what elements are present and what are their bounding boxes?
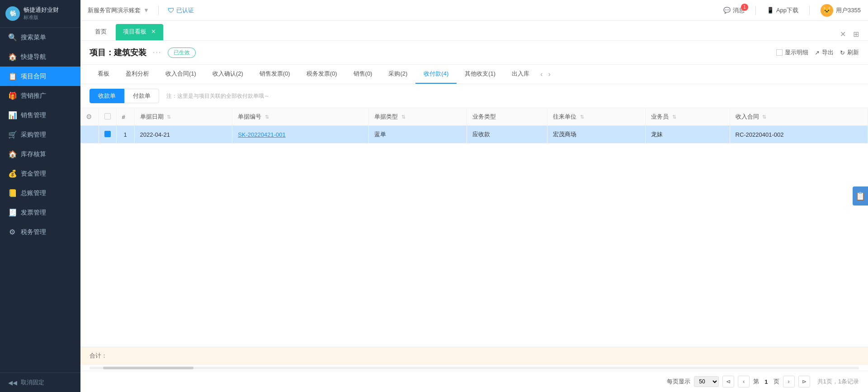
sidebar-item-inventory[interactable]: 🏠 库存核算: [0, 144, 80, 164]
table-body: 1 2022-04-21 SK-20220421-001 蓝单 应收款: [80, 126, 868, 143]
shield-icon: 🛡: [168, 6, 175, 14]
show-detail-checkbox[interactable]: [776, 49, 783, 56]
sidebar-item-finance[interactable]: 💰 资金管理: [0, 164, 80, 183]
sidebar-item-search[interactable]: 🔍 搜索菜单: [0, 28, 80, 47]
subnav-sales[interactable]: 销售(0): [345, 65, 381, 84]
horizontal-scrollbar[interactable]: [80, 364, 868, 371]
sidebar-nav: 🔍 搜索菜单 🏠 快捷导航 📋 项目合同 🎁 营销推广 📊 销售管理 🛒 采购管…: [0, 28, 80, 373]
col-contract[interactable]: 收入合同 ⇅: [730, 108, 868, 126]
row-date-cell: 2022-04-21: [134, 126, 232, 143]
tab-project-board-label: 项目看板: [123, 28, 146, 35]
search-icon: 🔍: [8, 33, 16, 42]
subnav-next-arrow[interactable]: ›: [545, 70, 553, 78]
row-code-link[interactable]: SK-20220421-001: [238, 131, 286, 138]
sidebar-item-tax[interactable]: ⚙ 税务管理: [0, 222, 80, 242]
subnav-receipt[interactable]: 收付款(4): [415, 65, 457, 84]
row-date: 2022-04-21: [140, 131, 170, 138]
subnav-income-confirm[interactable]: 收入确认(2): [204, 65, 251, 84]
export-button[interactable]: ↗ 导出: [815, 48, 834, 57]
tab-project-board[interactable]: 项目看板 ✕: [116, 24, 163, 40]
subnav-other-expense[interactable]: 其他收支(1): [457, 65, 504, 84]
subnav: 看板 盈利分析 收入合同(1) 收入确认(2) 销售发票(0) 税务发票(0) …: [80, 65, 868, 84]
row-settings-cell: [80, 126, 99, 143]
refresh-button[interactable]: ↻ 刷新: [840, 48, 859, 57]
table-row[interactable]: 1 2022-04-21 SK-20220421-001 蓝单 应收款: [80, 126, 868, 143]
subnav-tax-invoice[interactable]: 税务发票(0): [298, 65, 345, 84]
inventory-icon: 🏠: [8, 150, 16, 158]
topbar-divider: [158, 6, 159, 15]
topbar-project-name: 新服务官网演示账套: [88, 6, 141, 14]
message-button[interactable]: 💬 消息 1: [723, 6, 745, 14]
topbar-dropdown-icon: ▼: [143, 7, 149, 14]
project-more-button[interactable]: ···: [153, 48, 161, 57]
refresh-icon: ↻: [840, 49, 845, 56]
sidebar-item-ledger[interactable]: 📒 总账管理: [0, 183, 80, 203]
tab-maximize-icon[interactable]: ⊞: [851, 28, 861, 40]
unpin-label: 取消固定: [21, 378, 44, 387]
unpin-button[interactable]: ◀◀ 取消固定: [0, 373, 80, 392]
logo-char: 畅: [10, 10, 16, 18]
sidebar-item-shortcut[interactable]: 🏠 快捷导航: [0, 47, 80, 67]
finance-icon: 💰: [8, 169, 16, 178]
table-header: ⚙ # 单据日期 ⇅ 单据编号 ⇅: [80, 108, 868, 126]
col-date[interactable]: 单据日期 ⇅: [134, 108, 232, 126]
payment-note-tab[interactable]: 付款单: [124, 89, 159, 103]
prev-page-button[interactable]: ‹: [738, 376, 750, 387]
unpin-icon: ◀◀: [8, 379, 17, 386]
row-check-cell[interactable]: [99, 126, 116, 143]
sidebar-item-project-contract[interactable]: 📋 项目合同: [0, 67, 80, 86]
settings-gear-icon[interactable]: ⚙: [86, 113, 92, 120]
receipt-note-tab[interactable]: 收款单: [90, 89, 124, 103]
scrollbar-thumb[interactable]: [103, 367, 193, 369]
tab-close-icon[interactable]: ✕: [151, 28, 156, 35]
subnav-sales-invoice[interactable]: 销售发票(0): [251, 65, 298, 84]
gift-icon: 🎁: [8, 91, 16, 100]
export-icon: ↗: [815, 49, 820, 56]
tab-actions: ✕ ⊞: [838, 28, 861, 40]
tab-close-window-icon[interactable]: ✕: [838, 28, 848, 40]
subnav-kanban[interactable]: 看板: [90, 65, 118, 84]
first-page-button[interactable]: ⊲: [722, 376, 734, 387]
sidebar-item-sales[interactable]: 📊 销售管理: [0, 105, 80, 125]
subnav-income-contract[interactable]: 收入合同(1): [157, 65, 204, 84]
col-settings[interactable]: ⚙: [80, 108, 99, 126]
row-checkbox[interactable]: [104, 131, 111, 137]
topbar-project-selector[interactable]: 新服务官网演示账套 ▼: [88, 6, 149, 14]
row-num-cell: 1: [116, 126, 134, 143]
row-partner: 宏茂商场: [553, 131, 576, 138]
subnav-inout[interactable]: 出入库: [504, 65, 538, 84]
sidebar-item-invoice[interactable]: 🧾 发票管理: [0, 203, 80, 222]
last-page-button[interactable]: ⊳: [798, 376, 810, 387]
project-label-prefix: 项目：: [90, 48, 114, 57]
sidebar-item-purchase[interactable]: 🛒 采购管理: [0, 125, 80, 144]
subnav-prev-arrow[interactable]: ‹: [538, 70, 545, 78]
row-code-cell[interactable]: SK-20220421-001: [232, 126, 369, 143]
right-float-button[interactable]: 📋: [853, 186, 868, 206]
sidebar-item-marketing[interactable]: 🎁 营销推广: [0, 86, 80, 105]
user-menu[interactable]: 🐱 用户3355: [821, 4, 861, 17]
col-type[interactable]: 单据类型 ⇅: [369, 108, 467, 126]
tab-home[interactable]: 首页: [88, 24, 114, 40]
row-biz-type-cell: 应收款: [467, 126, 547, 143]
col-staff[interactable]: 业务员 ⇅: [645, 108, 730, 126]
app-download-button[interactable]: 📱 App下载: [767, 6, 798, 14]
page-content: 项目：建筑安装 ··· 已生效 显示明细 ↗ 导出 ↻ 刷新: [80, 41, 868, 392]
show-detail-action[interactable]: 显示明细: [776, 48, 808, 57]
subnav-purchase[interactable]: 采购(2): [380, 65, 415, 84]
page-size-select[interactable]: 50 20 100: [694, 376, 719, 387]
subnav-income-contract-label: 收入合同(1): [165, 70, 196, 77]
scrollbar-track[interactable]: [90, 367, 859, 369]
subnav-profit[interactable]: 盈利分析: [118, 65, 157, 84]
user-name: 用户3355: [836, 6, 861, 14]
col-code[interactable]: 单据编号 ⇅: [232, 108, 369, 126]
row-num: 1: [123, 131, 127, 138]
message-badge: 1: [741, 4, 748, 11]
subnav-sales-invoice-label: 销售发票(0): [259, 70, 290, 77]
col-biz-type-label: 业务类型: [472, 113, 496, 120]
next-page-button[interactable]: ›: [783, 376, 795, 387]
col-partner[interactable]: 往来单位 ⇅: [547, 108, 646, 126]
total-records: 共1页，1条记录: [817, 378, 859, 386]
subnav-kanban-label: 看板: [98, 70, 109, 77]
show-detail-label: 显示明细: [785, 48, 808, 57]
header-checkbox[interactable]: [104, 113, 111, 120]
